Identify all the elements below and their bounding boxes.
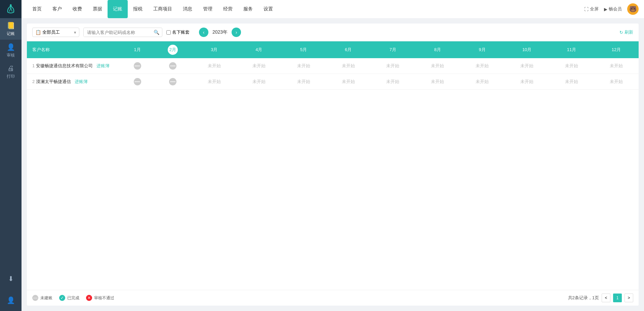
header-month-8: 8月 xyxy=(415,41,460,58)
nav-operations[interactable]: 经营 xyxy=(218,0,238,18)
month-cell-1: — xyxy=(121,74,154,90)
refresh-icon: ↻ xyxy=(619,30,623,35)
customer-cell: 1 安徽畅捷通信息技术有限公司 进账簿 xyxy=(27,58,121,74)
nav-invoice[interactable]: 票据 xyxy=(87,0,108,18)
search-input[interactable] xyxy=(84,28,151,37)
nav-customer[interactable]: 客户 xyxy=(47,0,67,18)
customer-cell: 2 漠澜太平畅捷通信 进账簿 xyxy=(27,74,121,90)
not-started-status: 未开始 xyxy=(252,63,266,68)
print-icon: 🖨 xyxy=(7,65,14,72)
month-cell-2: — xyxy=(154,74,192,90)
table-container: 客户名称 1月 2月 3月 4月 5月 6月 7月 8月 9月 10月 11月 xyxy=(27,41,639,290)
table-row: 2 漠澜太平畅捷通信 进账簿——未开始未开始未开始未开始未开始未开始未开始未开始… xyxy=(27,74,639,90)
month-cell-12: 未开始 xyxy=(594,74,639,90)
month-cell-9: 未开始 xyxy=(460,74,505,90)
not-built-status: — xyxy=(169,78,176,85)
nav-service[interactable]: 服务 xyxy=(238,0,258,18)
nav-home[interactable]: 首页 xyxy=(27,0,47,18)
not-started-status: 未开始 xyxy=(431,79,444,84)
sidebar-item-download[interactable]: ⬇ xyxy=(0,268,22,289)
sidebar-item-audit[interactable]: 👤 审核 xyxy=(0,40,22,61)
member-btn[interactable]: ▶ 畅会员 xyxy=(604,6,622,12)
topnav-right: ⛶ 全屏 ▶ 畅会员 🐻 xyxy=(584,3,639,15)
prev-page-btn[interactable]: < xyxy=(602,294,610,302)
prev-year-btn[interactable]: ‹ xyxy=(199,28,208,37)
customer-name: 漠澜太平畅捷通信 xyxy=(36,79,71,84)
next-year-btn[interactable]: › xyxy=(232,28,241,37)
topnav: 首页 客户 收费 票据 记账 报税 工商项目 消息 管理 经营 服务 设置 ⛶ … xyxy=(22,0,644,18)
member-label: 畅会员 xyxy=(609,6,622,12)
not-started-status: 未开始 xyxy=(386,79,399,84)
header-month-4: 4月 xyxy=(237,41,281,58)
rejected-icon: ✕ xyxy=(86,295,92,301)
customer-num: 2 xyxy=(32,79,35,84)
month-cell-10: 未开始 xyxy=(505,58,549,74)
toolbar: 📋 全部员工 ▾ 🔍 名下账套 ‹ 2023年 › xyxy=(27,24,639,41)
not-built-status: — xyxy=(134,62,141,70)
employee-select[interactable]: 📋 全部员工 ▾ xyxy=(32,28,79,37)
nav-message[interactable]: 消息 xyxy=(177,0,198,18)
month-cell-4: 未开始 xyxy=(237,74,281,90)
topnav-items: 首页 客户 收费 票据 记账 报税 工商项目 消息 管理 经营 服务 设置 xyxy=(27,0,584,18)
customer-name: 安徽畅捷通信息技术有限公司 xyxy=(36,63,93,68)
account-checkbox-wrapper[interactable]: 名下账套 xyxy=(166,29,190,35)
not-built-status: — xyxy=(134,78,141,85)
next-page-btn[interactable]: > xyxy=(625,294,633,302)
year-nav: ‹ 2023年 › xyxy=(199,28,241,37)
sidebar-item-label: 审核 xyxy=(7,52,15,58)
data-table: 客户名称 1月 2月 3月 4月 5月 6月 7月 8月 9月 10月 11月 xyxy=(27,41,639,90)
avatar[interactable]: 🐻 xyxy=(627,3,639,15)
employee-select-value: 全部员工 xyxy=(42,29,60,35)
legend-not-built: — 未建账 xyxy=(32,295,52,301)
not-started-status: 未开始 xyxy=(208,63,221,68)
audit-icon: 👤 xyxy=(7,43,15,51)
sidebar-logo xyxy=(0,0,22,18)
table-row: 1 安徽畅捷通信息技术有限公司 进账簿——未开始未开始未开始未开始未开始未开始未… xyxy=(27,58,639,74)
month-cell-10: 未开始 xyxy=(505,74,549,90)
completed-label: 已完成 xyxy=(67,295,79,301)
month-cell-1: — xyxy=(121,58,154,74)
month-cell-11: 未开始 xyxy=(549,74,594,90)
header-month-2: 2月 xyxy=(154,41,192,58)
sidebar-item-print[interactable]: 🖨 打印 xyxy=(0,61,22,83)
fullscreen-btn[interactable]: ⛶ 全屏 xyxy=(584,6,599,12)
not-started-status: 未开始 xyxy=(297,63,310,68)
nav-collection[interactable]: 收费 xyxy=(67,0,87,18)
sidebar-item-user[interactable]: 👤 xyxy=(0,289,22,311)
enter-ledger-link[interactable]: 进账簿 xyxy=(75,79,88,84)
sidebar-item-bookkeeping[interactable]: 📒 记账 xyxy=(0,18,22,40)
total-text: 共2条记录，1页 xyxy=(568,295,599,301)
not-started-status: 未开始 xyxy=(297,79,310,84)
svg-point-0 xyxy=(10,4,11,7)
current-page: 1 xyxy=(613,294,622,302)
refresh-button[interactable]: ↻ 刷新 xyxy=(619,29,633,35)
month-cell-12: 未开始 xyxy=(594,58,639,74)
month-cell-6: 未开始 xyxy=(326,74,371,90)
refresh-label: 刷新 xyxy=(625,29,633,35)
month-cell-5: 未开始 xyxy=(281,74,326,90)
month-cell-9: 未开始 xyxy=(460,58,505,74)
not-started-status: 未开始 xyxy=(386,63,399,68)
nav-business[interactable]: 工商项目 xyxy=(148,0,177,18)
header-month-12: 12月 xyxy=(594,41,639,58)
search-button[interactable]: 🔍 xyxy=(151,28,162,37)
month-cell-11: 未开始 xyxy=(549,58,594,74)
fullscreen-icon: ⛶ xyxy=(584,7,589,12)
not-built-icon: — xyxy=(32,295,38,301)
employee-select-icon: 📋 xyxy=(35,30,41,35)
not-started-status: 未开始 xyxy=(342,63,355,68)
nav-bookkeeping[interactable]: 记账 xyxy=(108,0,128,18)
account-checkbox[interactable] xyxy=(166,30,171,35)
footer: — 未建账 ✓ 已完成 ✕ 审核不通过 共2条记录，1页 < 1 > xyxy=(27,290,639,306)
not-started-status: 未开始 xyxy=(520,63,533,68)
legend-rejected: ✕ 审核不通过 xyxy=(86,295,114,301)
nav-settings[interactable]: 设置 xyxy=(258,0,278,18)
download-icon: ⬇ xyxy=(8,275,14,283)
chevron-down-icon: ▾ xyxy=(74,30,76,35)
pagination: 共2条记录，1页 < 1 > xyxy=(568,294,633,302)
nav-management[interactable]: 管理 xyxy=(198,0,218,18)
header-customer: 客户名称 xyxy=(27,41,121,58)
page-inner: 📋 全部员工 ▾ 🔍 名下账套 ‹ 2023年 › xyxy=(27,24,639,306)
enter-ledger-link[interactable]: 进账簿 xyxy=(96,63,110,68)
nav-tax[interactable]: 报税 xyxy=(128,0,148,18)
